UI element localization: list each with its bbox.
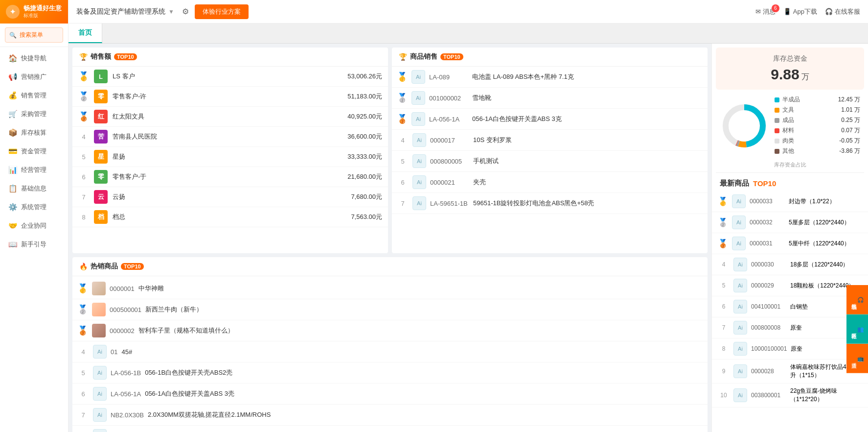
list-item: 5 Ai LA-056-1B 056-1B白色按键开关壳ABS2壳	[72, 362, 708, 384]
customer-sales-panel: 🏆 销售额 TOP10 🥇 L LS 客户 53,006.26元	[72, 48, 388, 253]
sidebar-item-marketing[interactable]: 📢 营销推广	[0, 68, 68, 86]
inventory-icon: 📦	[8, 128, 17, 137]
system-icon: ⚙️	[8, 203, 17, 212]
medal-silver-icon: 🥈	[78, 92, 89, 101]
list-item: 🥈 Ai 001000002 雪地靴	[392, 88, 708, 109]
avatar: L	[94, 70, 108, 83]
flame-icon: 🔥	[79, 263, 88, 270]
medal-silver-icon-n: 🥈	[718, 217, 728, 228]
sidebar-item-purchase[interactable]: 🛒 采购管理	[0, 105, 68, 123]
product-sales-list: 🥇 Ai LA-089 电池盖 LA-089 ABS本色+黑种 7.1克 🥈 A…	[392, 67, 708, 253]
app-download-button[interactable]: 📱 App下载	[783, 7, 817, 16]
search-menu-button[interactable]: 🔍 搜索菜单	[5, 27, 63, 43]
product-thumb: Ai	[412, 175, 426, 189]
donut-legend: 半成品 12.45 万 文具 1.01 万 成品 0.25 万	[775, 96, 860, 157]
hot-panel-header: 🔥 热销商品 TOP10	[72, 257, 708, 276]
list-item: 🥉 0000002 智利车子里（规格不知道填什么）	[72, 320, 708, 341]
logo-text: 畅捷通好生意 标准版	[23, 4, 62, 20]
live-button[interactable]: 📺 直播	[846, 344, 868, 373]
list-item: 🥈 Ai 0000032 5厘多层（1220*2440）	[712, 212, 868, 233]
sales-icon: 💰	[8, 91, 17, 100]
product-image	[92, 282, 106, 295]
list-item: 🥇 0000001 中华神雕	[72, 278, 708, 299]
inventory-card: 库存总资金 9.88 万	[716, 48, 864, 90]
avatar: 云	[94, 190, 108, 204]
float-service: 🎧 客服热线 👥 服务社区 📺 直播	[846, 285, 868, 373]
table-row: 🥈 零 零售客户-许 51,183.00元	[72, 87, 388, 107]
topbar-right: ✉ 消息 6 📱 App下载 🎧 在线客服	[755, 7, 860, 16]
list-item: 4 Ai 0000017 10S 变利罗浆	[392, 130, 708, 151]
medal-gold-icon-p: 🥇	[397, 72, 408, 82]
newest-products-list: 🥇 Ai 0000033 封边带（1.0*22） 🥈 Ai 0000032 5厘…	[712, 191, 868, 408]
content-area: 🏆 销售额 TOP10 🥇 L LS 客户 53,006.26元	[69, 44, 868, 432]
sidebar-item-inventory[interactable]: 📦 库存核算	[0, 123, 68, 142]
sidebar-item-home[interactable]: 🏠 快捷导航	[0, 49, 68, 68]
customer-service-button[interactable]: 🎧 客服热线	[846, 285, 868, 314]
phone-icon: 📱	[783, 8, 791, 15]
product-sales-panel: 🏆 商品销售 TOP10 🥇 Ai LA-089 电池盖 LA-089 ABS本…	[392, 48, 708, 253]
medal-bronze-icon-h: 🥉	[77, 325, 88, 336]
tab-home[interactable]: 首页	[69, 24, 102, 43]
donut-chart-area: 半成品 12.45 万 文具 1.01 万 成品 0.25 万	[712, 90, 868, 161]
trial-button[interactable]: 体验行业方案	[195, 4, 249, 19]
list-item: 4 Ai 01 45#	[72, 341, 708, 362]
list-item: 6 Ai 004100001 白钢垫	[712, 296, 868, 317]
main-area: 装备及固定资产辅助管理系统 ▼ ⚙ 体验行业方案 ✉ 消息 6 📱 App下载 …	[69, 0, 868, 432]
table-row: 6 零 零售客户-于 21,680.00元	[72, 167, 388, 187]
center-content: 🏆 销售额 TOP10 🥇 L LS 客户 53,006.26元	[69, 44, 711, 432]
product-thumb: Ai	[732, 216, 746, 229]
sidebar-item-system[interactable]: ⚙️ 系统管理	[0, 198, 68, 216]
table-row: 8 档 档总 7,563.00元	[72, 207, 388, 227]
sidebar-item-sales[interactable]: 💰 销售管理	[0, 86, 68, 105]
product-thumb: Ai	[411, 91, 425, 105]
product-thumb: Ai	[411, 112, 425, 126]
legend-dot	[775, 139, 779, 144]
medal-bronze-icon: 🥉	[78, 112, 89, 121]
table-row: 5 星 星扬 33,333.00元	[72, 147, 388, 167]
product-thumb: Ai	[733, 321, 747, 335]
message-button[interactable]: ✉ 消息 6	[755, 7, 776, 16]
list-item: 7 Ai LA-59651-1B 59651-1B旋转投影灯电池盒ABS黑色+5…	[392, 193, 708, 214]
purchase-icon: 🛒	[8, 110, 17, 119]
product-image	[92, 324, 106, 337]
list-item: 🥈 000500001 新西兰牛肉（新牛）	[72, 299, 708, 320]
product-thumb: Ai	[93, 429, 107, 432]
avatar: 档	[94, 210, 108, 224]
product-image	[92, 303, 106, 316]
product-thumb: Ai	[733, 342, 747, 356]
sidebar-item-guide[interactable]: 📖 新手引导	[0, 235, 68, 254]
settings-icon[interactable]: ⚙	[182, 7, 189, 16]
logo-icon: ✦	[6, 5, 20, 19]
service-community-button[interactable]: 👥 服务社区	[846, 314, 868, 344]
avatar: 零	[94, 170, 108, 184]
legend-item-semifinished: 半成品 12.45 万	[775, 96, 860, 104]
legend-item-other: 其他 -3.86 万	[775, 147, 860, 155]
right-panel: 库存总资金 9.88 万	[711, 44, 868, 432]
trophy-icon: 🏆	[79, 53, 88, 61]
product-thumb: Ai	[93, 366, 107, 380]
list-item: 6 Ai 0000021 夹壳	[392, 172, 708, 193]
list-item: 4 Ai 0000030 18多层（1220*2440）	[712, 254, 868, 275]
online-service-button[interactable]: 🎧 在线客服	[825, 7, 860, 16]
top-panels-row: 🏆 销售额 TOP10 🥇 L LS 客户 53,006.26元	[72, 48, 708, 253]
avatar: 零	[94, 90, 108, 103]
list-item: 9 Ai 0000028 体碗嘉枚味苏打饮品400毫升（1*15）	[712, 360, 868, 384]
system-selector[interactable]: 装备及固定资产辅助管理系统 ▼	[76, 7, 174, 16]
finance-icon: 💳	[8, 147, 17, 156]
medal-gold-icon-n: 🥇	[718, 196, 728, 207]
product-thumb: Ai	[411, 70, 425, 84]
legend-dot	[775, 108, 779, 113]
medal-bronze-icon-p: 🥉	[397, 114, 408, 124]
list-item: 🥉 Ai LA-056-1A 056-1A白色按键开关盖ABS 3克	[392, 109, 708, 130]
sidebar-item-finance[interactable]: 💳 资金管理	[0, 142, 68, 161]
sidebar-nav: 🏠 快捷导航 📢 营销推广 💰 销售管理 🛒 采购管理 📦 库存核算 💳 资金管…	[0, 47, 68, 432]
medal-bronze-icon-n: 🥉	[718, 239, 728, 249]
search-icon: 🔍	[9, 32, 17, 39]
legend-item-stationery: 文具 1.01 万	[775, 106, 860, 114]
sidebar-item-basics[interactable]: 📋 基础信息	[0, 179, 68, 198]
medal-silver-icon-h: 🥈	[77, 304, 88, 315]
sidebar-item-operations[interactable]: 📊 经营管理	[0, 161, 68, 179]
customer-list: 🥇 L LS 客户 53,006.26元 🥈 零 零售客户-许 51,183.0…	[72, 67, 388, 253]
guide-icon: 📖	[8, 240, 17, 249]
sidebar-item-collab[interactable]: 🤝 企业协同	[0, 216, 68, 235]
